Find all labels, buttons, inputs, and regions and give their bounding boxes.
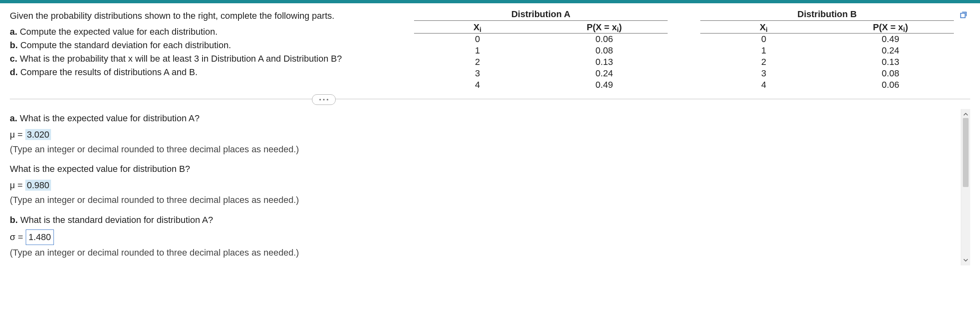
cell-x: 2 [700,56,827,68]
table-row: 30.08 [700,68,954,79]
part-d-label: d. [10,67,18,77]
sigma-label: σ = [10,232,23,242]
cell-p: 0.06 [541,33,668,45]
hint-a: (Type an integer or decimal rounded to t… [10,143,949,156]
mu-b-value[interactable]: 0.980 [25,180,51,191]
scrollbar-track[interactable] [963,118,969,256]
part-a-label: a. [10,27,17,37]
expand-button[interactable] [312,94,336,105]
mu-label: μ = [10,180,23,190]
answer-section: a. What is the expected value for distri… [10,109,961,265]
cell-x: 2 [414,56,541,68]
cell-p: 0.08 [827,68,954,79]
cell-x: 0 [700,33,827,45]
table-row: 40.06 [700,79,954,91]
distribution-tables: Distribution A Xi P(X = xi) 00.06 10.08 … [390,9,970,91]
answer-a-text: What is the expected value for distribut… [17,113,199,123]
answer-sd-q: b. What is the standard deviation for di… [10,213,949,227]
question-text: Given the probability distributions show… [10,9,390,91]
hint-b: (Type an integer or decimal rounded to t… [10,193,949,207]
cell-p: 0.08 [541,45,668,56]
table-row: 30.24 [414,68,668,79]
part-d: d. Compare the results of distributions … [10,65,390,79]
table-row: 40.49 [414,79,668,91]
distribution-a: Distribution A Xi P(X = xi) 00.06 10.08 … [398,9,684,91]
dist-b-col-p: P(X = xi) [827,22,954,33]
part-b-text: Compute the standard deviation for each … [18,40,231,50]
scrollbar-thumb[interactable] [963,118,969,187]
cell-p: 0.13 [541,56,668,68]
dist-a-rows: 00.06 10.08 20.13 30.24 40.49 [414,33,668,91]
mu-label: μ = [10,129,23,140]
part-a: a. Compute the expected value for each d… [10,25,390,38]
cell-p: 0.06 [827,79,954,91]
hint-sd: (Type an integer or decimal rounded to t… [10,246,949,260]
dist-a-col-x: Xi [414,22,541,33]
table-row: 10.24 [700,45,954,56]
cell-p: 0.24 [541,68,668,79]
dist-a-header: Xi P(X = xi) [414,22,668,33]
distribution-b: Distribution B Xi P(X = xi) 00.49 10.24 … [684,9,970,91]
table-row: 00.49 [700,33,954,45]
cell-x: 3 [414,68,541,79]
cell-x: 4 [700,79,827,91]
cell-p: 0.24 [827,45,954,56]
answer-qa: a. What is the expected value for distri… [10,111,949,125]
svg-rect-0 [961,13,965,18]
popout-icon[interactable] [959,11,968,20]
sigma-a-input[interactable]: 1.480 [26,229,54,245]
dist-a-title: Distribution A [414,9,668,21]
cell-p: 0.13 [827,56,954,68]
cell-x: 1 [700,45,827,56]
scroll-down-button[interactable] [962,256,969,264]
top-bar [0,0,980,3]
cell-x: 1 [414,45,541,56]
dist-b-title: Distribution B [700,9,954,21]
cell-p: 0.49 [827,33,954,45]
dist-b-header: Xi P(X = xi) [700,22,954,33]
part-a-text: Compute the expected value for each dist… [17,27,217,37]
vertical-scrollbar[interactable] [961,109,970,265]
answer-a-label: a. [10,113,17,123]
part-c-label: c. [10,53,17,64]
table-row: 20.13 [414,56,668,68]
table-row: 20.13 [700,56,954,68]
mu-b-line: μ = 0.980 [10,178,949,192]
dist-a-col-p: P(X = xi) [541,22,668,33]
part-c: c. What is the probability that x will b… [10,52,390,65]
part-b: b. Compute the standard deviation for ea… [10,38,390,52]
cell-x: 4 [414,79,541,91]
sigma-a-line: σ = 1.480 [10,229,949,245]
answer-qb-text: What is the expected value for distribut… [10,162,949,176]
section-divider [10,99,970,99]
table-row: 10.08 [414,45,668,56]
table-row: 00.06 [414,33,668,45]
cell-x: 3 [700,68,827,79]
cell-x: 0 [414,33,541,45]
question-intro: Given the probability distributions show… [10,9,390,22]
dist-b-rows: 00.49 10.24 20.13 30.08 40.06 [700,33,954,91]
answer-b-label: b. [10,215,18,225]
answer-b-text: What is the standard deviation for distr… [18,215,213,225]
part-c-text: What is the probability that x will be a… [17,53,342,64]
scroll-up-button[interactable] [962,111,969,118]
mu-a-line: μ = 3.020 [10,128,949,142]
mu-a-value[interactable]: 3.020 [25,129,51,140]
dist-b-col-x: Xi [700,22,827,33]
part-b-label: b. [10,40,18,50]
part-d-text: Compare the results of distributions A a… [18,67,198,77]
cell-p: 0.49 [541,79,668,91]
